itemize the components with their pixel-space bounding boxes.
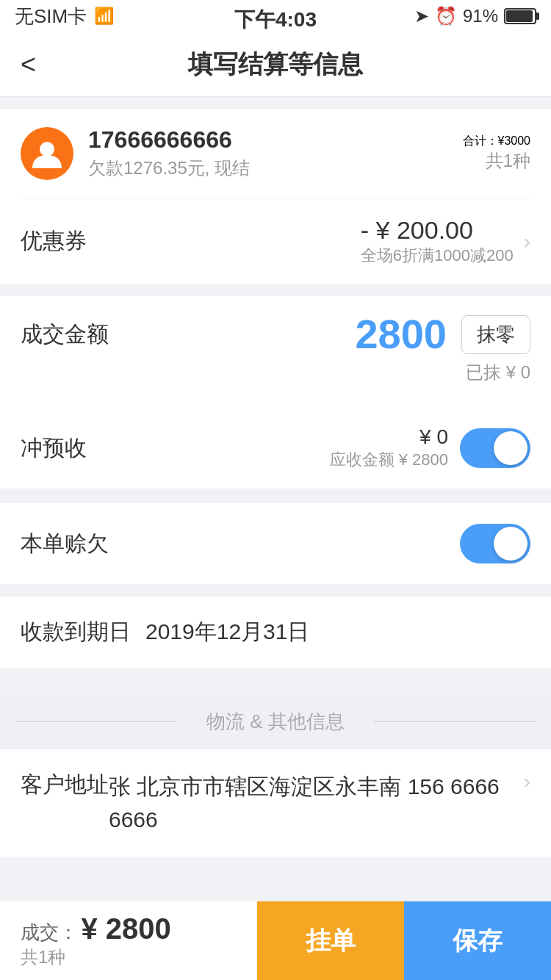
bottom-count: 共1种 (21, 945, 237, 969)
avatar (21, 127, 73, 180)
deposit-right: ¥ 0 应收金额 ¥ 2800 (330, 425, 530, 471)
nav-bar: < 填写结算等信息 (0, 32, 551, 97)
amount-sub: 已抹 ¥ 0 (466, 362, 530, 382)
back-button[interactable]: < (21, 49, 36, 80)
due-value: 2019年12月31日 (145, 617, 309, 647)
wifi-icon: 📶 (94, 7, 114, 26)
alarm-icon: ⏰ (435, 6, 457, 26)
address-row[interactable]: 客户地址 张 北京市市辖区海淀区永丰南 156 6666 6666 › (0, 749, 551, 857)
battery-percent: 91% (463, 6, 498, 26)
address-value: 张 北京市市辖区海淀区永丰南 156 6666 6666 (109, 770, 521, 836)
coupon-row[interactable]: 优惠券 - ¥ 200.00 全场6折满1000减200 › (0, 198, 551, 284)
coupon-label: 优惠券 (21, 226, 87, 256)
user-row: 17666666666 欠款1276.35元, 现结 合计：¥3000 共1种 (0, 109, 551, 198)
status-bar: 无SIM卡 📶 下午4:03 ➤ ⏰ 91% (0, 0, 551, 32)
coupon-right: - ¥ 200.00 全场6折满1000减200 › (361, 216, 530, 267)
amount-section: 成交金额 2800 抹零 已抹 ¥ 0 (0, 296, 551, 408)
amount-value: 2800 (355, 314, 447, 355)
address-chevron-icon: › (524, 770, 530, 793)
user-left: 17666666666 欠款1276.35元, 现结 (21, 126, 250, 180)
debt-row: 本单赊欠 (0, 503, 551, 584)
coupon-chevron-icon: › (524, 230, 530, 253)
total-label: 合计：¥3000 (463, 134, 531, 149)
debt-label: 本单赊欠 (21, 529, 109, 559)
content: 17666666666 欠款1276.35元, 现结 合计：¥3000 共1种 … (0, 109, 551, 980)
deposit-label: 冲预收 (21, 433, 87, 464)
deposit-row: 冲预收 ¥ 0 应收金额 ¥ 2800 (0, 408, 551, 489)
address-label: 客户地址 (21, 770, 109, 800)
battery-icon (504, 8, 536, 24)
bottom-bar: 成交： ¥ 2800 共1种 挂单 保存 (0, 901, 551, 980)
page-title: 填写结算等信息 (188, 48, 363, 82)
debt-toggle[interactable] (460, 524, 530, 563)
spacer2 (0, 680, 551, 694)
logistics-title: 物流 & 其他信息 (206, 709, 345, 735)
hold-button[interactable]: 挂单 (257, 901, 404, 981)
due-row: 收款到期日 2019年12月31日 (0, 597, 551, 668)
user-debt: 欠款1276.35元, 现结 (88, 156, 250, 180)
amount-right: 2800 抹零 (355, 314, 530, 355)
coupon-desc: 全场6折满1000减200 (361, 245, 514, 267)
address-section: 客户地址 张 北京市市辖区海淀区永丰南 156 6666 6666 › (0, 749, 551, 857)
carrier-text: 无SIM卡 (15, 4, 87, 29)
deposit-sub: 应收金额 ¥ 2800 (330, 449, 448, 471)
due-label: 收款到期日 (21, 617, 131, 647)
due-date-section: 收款到期日 2019年12月31日 (0, 596, 551, 668)
debt-toggle-thumb (494, 527, 527, 561)
deposit-toggle[interactable] (460, 428, 530, 468)
logistics-header: 物流 & 其他信息 (0, 694, 551, 749)
bottom-amount: ¥ 2800 (81, 912, 170, 945)
status-time: 下午4:03 (234, 6, 317, 34)
amount-row: 成交金额 2800 抹零 (21, 314, 530, 355)
status-right: ➤ ⏰ 91% (414, 6, 536, 26)
debt-section: 本单赊欠 (0, 503, 551, 584)
user-right: 合计：¥3000 共1种 (463, 134, 531, 173)
total-value-text: ¥3000 (498, 134, 531, 147)
user-phone: 17666666666 (88, 126, 250, 154)
round-zero-button[interactable]: 抹零 (461, 315, 530, 354)
amount-label: 成交金额 (21, 320, 109, 350)
total-label-text: 合计： (463, 134, 498, 147)
deposit-value: ¥ 0 (330, 425, 448, 449)
toggle-thumb (494, 431, 527, 465)
bottom-summary: 成交： ¥ 2800 共1种 (0, 912, 257, 969)
user-info: 17666666666 欠款1276.35元, 现结 (88, 126, 250, 180)
deposit-section: 冲预收 ¥ 0 应收金额 ¥ 2800 (0, 408, 551, 489)
status-left: 无SIM卡 📶 (15, 4, 114, 29)
logistics-line-right (374, 721, 536, 722)
spacer1 (0, 489, 551, 503)
svg-point-0 (40, 142, 54, 156)
location-icon: ➤ (414, 6, 429, 26)
save-button[interactable]: 保存 (404, 901, 551, 981)
user-card: 17666666666 欠款1276.35元, 现结 合计：¥3000 共1种 … (0, 109, 551, 284)
logistics-line-left (15, 721, 177, 722)
total-count: 共1种 (463, 149, 531, 173)
coupon-discount: - ¥ 200.00 (361, 216, 514, 245)
bottom-deal-label: 成交： (21, 921, 78, 943)
